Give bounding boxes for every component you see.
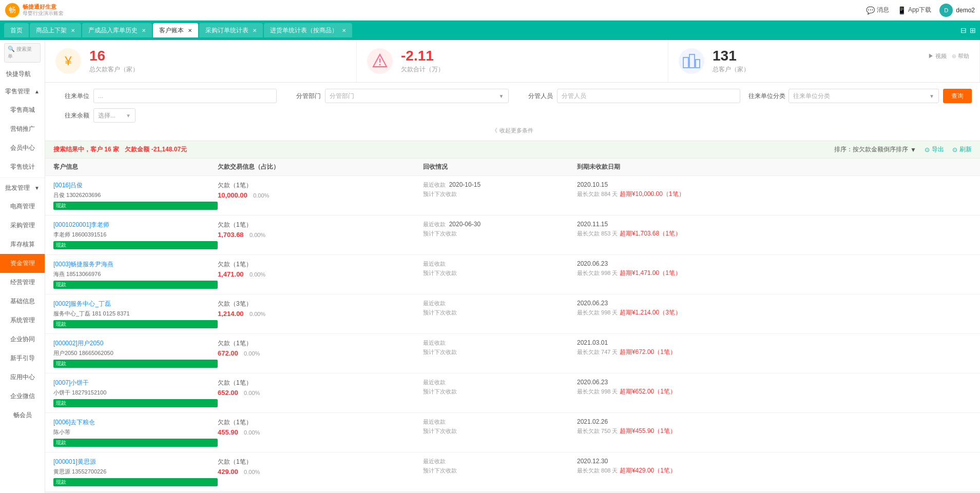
overdue-info-3: 2020.06.23 最长欠款 998 天 超期¥1,214.00（3笔） bbox=[577, 300, 972, 317]
customer-name-2[interactable]: [0003]畅捷服务尹海燕 bbox=[53, 260, 218, 269]
person-input[interactable]: 分管人员 bbox=[557, 89, 740, 103]
sidebar-item-app-center[interactable]: 应用中心 bbox=[0, 368, 45, 387]
sidebar-item-ecommerce[interactable]: 电商管理 bbox=[0, 197, 45, 216]
customer-name-7[interactable]: [000001]黄思源 bbox=[53, 458, 218, 466]
tab-product-status[interactable]: 商品上下架 ✕ bbox=[30, 23, 81, 37]
dept-select[interactable]: 分管部门 ▼ bbox=[325, 89, 508, 103]
customer-name-5[interactable]: [0007]小饼干 bbox=[53, 379, 218, 387]
sidebar-item-enterprise[interactable]: 企业协同 bbox=[0, 330, 45, 349]
overdue-link-7[interactable]: 超期¥429.00（1笔） bbox=[620, 467, 676, 474]
customer-name-6[interactable]: [0006]去下粮仓 bbox=[53, 418, 218, 427]
sidebar-item-vip[interactable]: 畅会员 bbox=[0, 406, 45, 425]
customer-info-7: [000001]黄思源 黄思源 13552700226 现款 bbox=[53, 458, 218, 486]
overdue-link-1[interactable]: 超期¥1,703.68（1笔） bbox=[620, 230, 681, 237]
collapse-row: 《 收起更多条件 bbox=[53, 127, 972, 134]
sidebar-item-marketing[interactable]: 营销推广 bbox=[0, 120, 45, 139]
maximize-icon[interactable]: ⊞ bbox=[970, 26, 976, 34]
minimize-icon[interactable]: ⊟ bbox=[960, 26, 967, 34]
customer-phone-5: 小饼干 18279152100 bbox=[53, 389, 218, 397]
overdue-link-5[interactable]: 超期¥652.00（1笔） bbox=[620, 388, 676, 395]
overdue-info-2: 2020.06.23 最长欠款 998 天 超期¥1,471.00（1笔） bbox=[577, 260, 972, 278]
sort-button[interactable]: 排序：按欠款金额倒序排序 ▼ bbox=[834, 145, 916, 154]
sidebar-item-retail-stats[interactable]: 零售统计 bbox=[0, 157, 45, 176]
sidebar-item-purchase[interactable]: 采购管理 bbox=[0, 216, 45, 235]
table-header: 客户信息 欠款交易信息（占比） 回收情况 到期未收款日期 bbox=[45, 159, 980, 176]
svg-point-2 bbox=[379, 64, 381, 66]
sidebar-item-batch-mgmt[interactable]: 批发管理 ▼ bbox=[0, 179, 45, 197]
sidebar-item-member[interactable]: 会员中心 bbox=[0, 139, 45, 157]
search-menu-button[interactable]: 🔍 搜索菜单 bbox=[4, 43, 41, 63]
customer-phone-0: 吕俊 13026203696 bbox=[53, 191, 218, 199]
debt-info-2: 欠款（1笔） 1,471.00 0.00% bbox=[218, 260, 423, 278]
overdue-link-0[interactable]: 超期¥10,000.00（1笔） bbox=[620, 190, 685, 198]
tab-close-icon[interactable]: ✕ bbox=[342, 28, 346, 33]
tab-stock-stats[interactable]: 进货单统计表（按商品） ✕ bbox=[264, 23, 352, 37]
tab-customer-account[interactable]: 客户账本 ✕ bbox=[153, 23, 198, 37]
tab-close-icon[interactable]: ✕ bbox=[71, 28, 75, 33]
filter-row-1: 往来单位 ... 分管部门 分管部门 ▼ 分管人员 bbox=[53, 89, 972, 103]
balance-label: 往来余额 bbox=[53, 111, 89, 120]
fast-nav-item[interactable]: 快捷导航 bbox=[0, 66, 45, 83]
search-button[interactable]: 查询 bbox=[943, 89, 972, 103]
industry-name: 母婴行业演示账套 bbox=[23, 10, 64, 16]
customer-name-0[interactable]: [0016]吕俊 bbox=[53, 181, 218, 190]
debt-info-3: 欠款（3笔） 1,214.00 0.00% bbox=[218, 300, 423, 318]
debt-info-1: 欠款（1笔） 1,703.68 0.00% bbox=[218, 221, 423, 239]
sidebar-item-operations[interactable]: 经营管理 bbox=[0, 273, 45, 292]
tab-close-icon[interactable]: ✕ bbox=[142, 28, 146, 33]
overdue-link-3[interactable]: 超期¥1,214.00（3笔） bbox=[620, 309, 681, 316]
sidebar-item-retail-mgmt[interactable]: 零售管理 ▲ bbox=[0, 83, 45, 101]
overdue-link-4[interactable]: 超期¥672.00（1笔） bbox=[620, 348, 676, 356]
message-button[interactable]: 💬 消息 bbox=[866, 6, 889, 14]
customer-tag-5: 现款 bbox=[53, 399, 218, 407]
refresh-button[interactable]: ⊙ 刷新 bbox=[952, 145, 972, 154]
top-bar: 畅 畅捷通好生意 母婴行业演示账套 💬 消息 📱 App下载 D demo2 bbox=[0, 0, 980, 21]
stat-content-total: 131 总客户（家） bbox=[713, 49, 750, 74]
result-actions: 排序：按欠款金额倒序排序 ▼ ⊙ 导出 ⊙ 刷新 bbox=[834, 145, 972, 154]
sidebar-item-finance[interactable]: 资金管理 bbox=[0, 254, 45, 273]
sidebar-item-inventory[interactable]: 库存核算 bbox=[0, 235, 45, 254]
customer-info-5: [0007]小饼干 小饼干 18279152100 现款 bbox=[53, 379, 218, 407]
collapse-button[interactable]: 《 收起更多条件 bbox=[492, 127, 533, 134]
person-label: 分管人员 bbox=[517, 92, 553, 101]
dept-label: 分管部门 bbox=[285, 92, 321, 101]
table-row: [0007]小饼干 小饼干 18279152100 现款 欠款（1笔） 652.… bbox=[45, 373, 980, 413]
export-button[interactable]: ⊙ 导出 bbox=[925, 145, 944, 154]
refresh-icon: ⊙ bbox=[952, 146, 957, 153]
tab-close-icon[interactable]: ✕ bbox=[188, 28, 192, 33]
tab-bar: 首页 商品上下架 ✕ 产成品入库单历史 ✕ 客户账本 ✕ 采购订单统计表 ✕ 进… bbox=[0, 21, 980, 40]
customer-name-4[interactable]: [000002]用户2050 bbox=[53, 339, 218, 348]
help-btn[interactable]: ⊙ 帮助 bbox=[952, 52, 969, 60]
customer-tag-4: 现款 bbox=[53, 360, 218, 368]
tab-close-icon[interactable]: ✕ bbox=[253, 28, 257, 33]
sidebar-item-newbie[interactable]: 新手引导 bbox=[0, 349, 45, 368]
customer-tag-0: 现款 bbox=[53, 202, 218, 210]
balance-select[interactable]: 选择... ▼ bbox=[93, 108, 136, 123]
customer-name-3[interactable]: [0002]服务中心_丁磊 bbox=[53, 300, 218, 308]
app-download-button[interactable]: 📱 App下载 bbox=[897, 6, 931, 14]
sidebar-item-system[interactable]: 系统管理 bbox=[0, 311, 45, 330]
collect-info-7: 最近收款 预计下次收款 bbox=[423, 458, 577, 475]
table-row: [0016]吕俊 吕俊 13026203696 现款 欠款（1笔） 10,000… bbox=[45, 176, 980, 215]
sidebar-item-retail-shop[interactable]: 零售商城 bbox=[0, 101, 45, 120]
customer-phone-6: 陈小芾 bbox=[53, 428, 218, 436]
sidebar-item-wechat[interactable]: 企业微信 bbox=[0, 387, 45, 406]
tab-product-history[interactable]: 产成品入库单历史 ✕ bbox=[82, 23, 152, 37]
customer-info-0: [0016]吕俊 吕俊 13026203696 现款 bbox=[53, 181, 218, 210]
category-select[interactable]: 往来单位分类 ▼ bbox=[789, 89, 939, 103]
total-icon bbox=[679, 48, 704, 74]
overdue-link-2[interactable]: 超期¥1,471.00（1笔） bbox=[620, 269, 681, 277]
customer-name-1[interactable]: [0001020001]李老师 bbox=[53, 221, 218, 229]
collect-info-5: 最近收款 预计下次收款 bbox=[423, 379, 577, 396]
sidebar-item-basic[interactable]: 基础信息 bbox=[0, 292, 45, 311]
stat-number-debt: -2.11 bbox=[401, 49, 444, 63]
video-btn[interactable]: ▶ 视频 bbox=[928, 52, 947, 60]
tab-home[interactable]: 首页 bbox=[4, 23, 29, 37]
stat-content-customers: 16 总欠款客户（家） bbox=[89, 49, 139, 74]
customer-phone-1: 李老师 18600391516 bbox=[53, 231, 218, 239]
tab-purchase-order[interactable]: 采购订单统计表 ✕ bbox=[199, 23, 263, 37]
user-profile[interactable]: D demo2 bbox=[939, 4, 975, 17]
vendor-input[interactable]: ... bbox=[93, 89, 277, 103]
stat-label-customers: 总欠款客户（家） bbox=[89, 65, 139, 74]
overdue-link-6[interactable]: 超期¥455.90（1笔） bbox=[620, 427, 676, 435]
